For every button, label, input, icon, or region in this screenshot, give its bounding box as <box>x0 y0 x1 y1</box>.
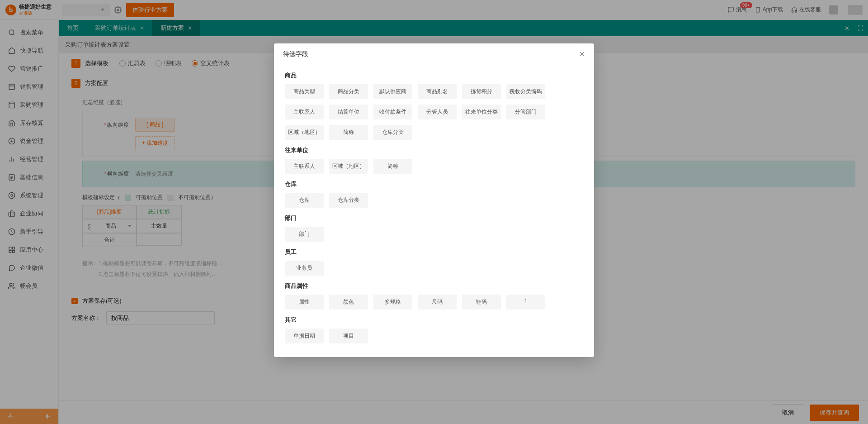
field-group-3: 部门部门 <box>285 214 583 242</box>
field-chip[interactable]: 简称 <box>329 125 368 140</box>
field-group-2: 仓库仓库仓库分类 <box>285 180 583 208</box>
field-chip[interactable]: 区域（地区） <box>285 125 324 140</box>
field-group-6: 其它单据日期项目 <box>285 316 583 343</box>
field-chip[interactable]: 往来单位分类 <box>462 105 501 119</box>
field-group-1: 往来单位主联系人区域（地区）简称 <box>285 146 583 174</box>
field-group-title: 仓库 <box>285 180 583 188</box>
field-chip[interactable]: 主联系人 <box>285 105 324 119</box>
field-chip[interactable]: 默认供应商 <box>373 84 412 99</box>
field-chip[interactable]: 鞋码 <box>462 295 501 310</box>
field-group-title: 商品 <box>285 71 583 80</box>
field-group-0: 商品商品类型商品分类默认供应商商品别名拣货积分税收分类编码主联系人结算单位收付款… <box>285 71 583 140</box>
field-chip[interactable]: 拣货积分 <box>462 84 501 99</box>
field-chip[interactable]: 属性 <box>285 295 324 310</box>
field-chip[interactable]: 部门 <box>285 227 324 242</box>
field-chip[interactable]: 业务员 <box>285 261 324 276</box>
field-chip[interactable]: 仓库分类 <box>329 193 368 208</box>
field-chip[interactable]: 仓库 <box>285 193 324 208</box>
field-selector-modal: 待选字段 ✕ 商品商品类型商品分类默认供应商商品别名拣货积分税收分类编码主联系人… <box>274 43 594 357</box>
field-chip[interactable]: 分管部门 <box>506 105 545 119</box>
field-chip[interactable]: 商品分类 <box>329 84 368 99</box>
field-group-title: 部门 <box>285 214 583 222</box>
field-chip[interactable]: 结算单位 <box>329 105 368 119</box>
field-chip[interactable]: 多规格 <box>373 295 412 310</box>
field-chip[interactable]: 主联系人 <box>285 159 324 174</box>
field-chip[interactable]: 分管人员 <box>418 105 457 119</box>
field-chip[interactable]: 区域（地区） <box>329 159 368 174</box>
field-group-5: 商品属性属性颜色多规格尺码鞋码1 <box>285 282 583 310</box>
field-chip[interactable]: 颜色 <box>329 295 368 310</box>
modal-title: 待选字段 <box>283 50 308 58</box>
field-chip[interactable]: 1 <box>506 295 545 310</box>
field-chip[interactable]: 税收分类编码 <box>506 84 545 99</box>
close-icon[interactable]: ✕ <box>579 50 585 58</box>
field-chip[interactable]: 仓库分类 <box>373 125 412 140</box>
field-chip[interactable]: 单据日期 <box>285 329 324 343</box>
field-chip[interactable]: 商品类型 <box>285 84 324 99</box>
field-chip[interactable]: 项目 <box>329 329 368 343</box>
field-chip[interactable]: 简称 <box>373 159 412 174</box>
field-group-title: 往来单位 <box>285 146 583 154</box>
modal-overlay[interactable]: 待选字段 ✕ 商品商品类型商品分类默认供应商商品别名拣货积分税收分类编码主联系人… <box>0 0 868 424</box>
field-group-title: 商品属性 <box>285 282 583 290</box>
field-group-title: 其它 <box>285 316 583 324</box>
field-group-title: 员工 <box>285 248 583 256</box>
field-chip[interactable]: 商品别名 <box>418 84 457 99</box>
field-group-4: 员工业务员 <box>285 248 583 276</box>
field-chip[interactable]: 尺码 <box>418 295 457 310</box>
field-chip[interactable]: 收付款条件 <box>373 105 412 119</box>
